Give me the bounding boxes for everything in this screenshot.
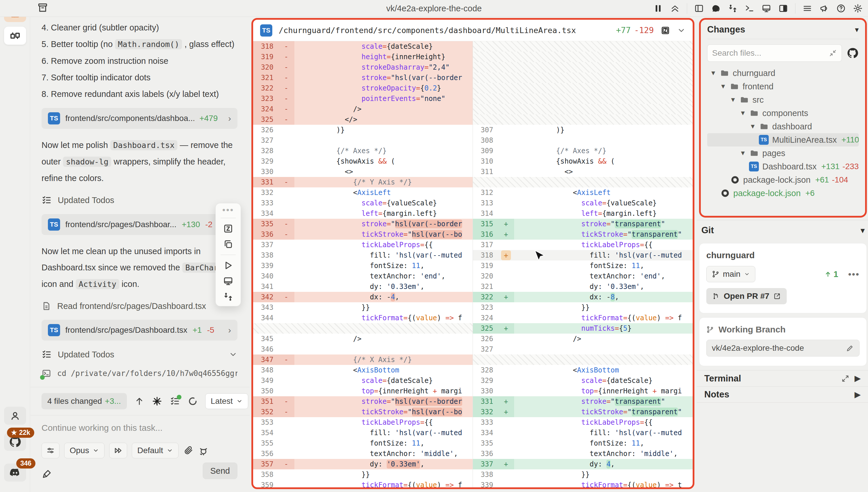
menu-icon[interactable] (802, 3, 812, 13)
play-icon[interactable] (223, 260, 233, 271)
rail-item-board[interactable] (4, 27, 26, 45)
changes-panel: Changes ▾ ▼churnguard▼frontend▼src▼compo… (699, 18, 867, 218)
open-pr-button[interactable]: Open PR #7 (706, 288, 787, 304)
notes-section-header[interactable]: Notes ▶ (697, 387, 868, 403)
file-change-chip[interactable]: TSfrontend/src/pages/Dashboard.tsx+1-5› (42, 320, 237, 341)
settings-gear-icon[interactable] (853, 3, 863, 13)
tree-caret-icon[interactable]: ▼ (738, 149, 747, 157)
latest-dropdown[interactable]: Latest (205, 393, 248, 409)
tree-file-package-lock.json[interactable]: package-lock.json+61-104 (707, 173, 859, 187)
tree-caret-icon[interactable]: ▼ (729, 96, 737, 103)
composer-input[interactable] (42, 423, 237, 433)
diff-old-row: 344 tickFormat={(value) => f (253, 313, 473, 323)
panel-right-icon[interactable] (778, 3, 788, 13)
working-branch-input[interactable]: vk/4e2a-explore-the-code (706, 340, 860, 356)
collapse-chevron-icon[interactable] (677, 26, 686, 35)
pause-icon[interactable] (653, 3, 663, 13)
line-number: 345 (253, 334, 278, 344)
tool-call-row[interactable]: Updated Todos (42, 349, 237, 360)
add-comment-button[interactable]: + (501, 250, 511, 260)
expand-chevron-icon[interactable]: ▶ (855, 390, 861, 399)
edit-diff-icon[interactable] (223, 223, 233, 234)
code-line: dy: 4, (514, 459, 693, 469)
diff-view-icon[interactable] (660, 25, 671, 36)
tree-folder-dashboard[interactable]: ▼dashboard (707, 120, 859, 133)
tree-folder-components[interactable]: ▼components (707, 106, 859, 120)
help-icon[interactable] (836, 3, 846, 13)
git-section-header[interactable]: Git ▾ (699, 222, 867, 239)
mode-dropdown[interactable]: Default (132, 443, 179, 458)
code-line: tickLabelProps={{ (514, 417, 693, 427)
terminal-section-header[interactable]: Terminal ▶ (697, 370, 868, 387)
monitor-icon[interactable] (223, 276, 233, 286)
tree-caret-icon[interactable]: ▼ (738, 109, 747, 117)
attach-paperclip-icon[interactable] (183, 445, 194, 456)
rail-user-button[interactable] (4, 407, 26, 425)
line-number: 320 (473, 271, 498, 281)
tool-call-row[interactable]: Read frontend/src/pages/Dashboard.tsx (42, 301, 237, 311)
diff-old-row: 334 left={margin.left} (253, 208, 473, 219)
model-dropdown[interactable]: Opus (64, 443, 104, 458)
drag-handle-dots[interactable]: ••• (222, 207, 234, 213)
composer-settings-button[interactable] (42, 443, 60, 458)
chevron-down-icon[interactable] (229, 350, 237, 359)
panel-left-icon[interactable] (694, 3, 704, 13)
more-options-icon[interactable]: ••• (848, 269, 860, 280)
file-change-chip[interactable]: TSfrontend/src/components/dashboa...+479… (42, 108, 237, 129)
fast-forward-button[interactable] (109, 443, 127, 458)
diff-old-row: 351- stroke="hsl(var(--border (253, 396, 473, 407)
burst-icon[interactable] (152, 396, 162, 407)
code-line: scale={dateScale} (295, 41, 473, 52)
diff-gap-row (473, 354, 693, 365)
git-compare-icon[interactable] (728, 3, 738, 13)
line-number: 316 (473, 229, 498, 240)
todos-icon (42, 195, 52, 205)
file-tree: ▼churnguard▼frontend▼src▼components▼dash… (707, 67, 859, 200)
code-line: )} (295, 125, 473, 135)
collapse-triangle-icon[interactable]: ▾ (855, 25, 859, 34)
tree-caret-icon[interactable]: ▼ (719, 83, 727, 90)
collapse-tree-icon[interactable] (829, 49, 837, 57)
highlighter-pen-icon[interactable] (42, 468, 52, 479)
diff-old-row: 330 <> (253, 167, 473, 177)
line-number: 311 (473, 167, 498, 177)
tree-file-MultiLineArea.tsx[interactable]: TSMultiLineArea.tsx+110-162 (707, 133, 859, 147)
branch-dropdown[interactable]: main (706, 266, 755, 282)
tree-folder-src[interactable]: ▼src (707, 93, 859, 106)
tree-folder-frontend[interactable]: ▼frontend (707, 80, 859, 93)
line-number: 317 (473, 240, 498, 250)
chat-bubble-icon[interactable] (711, 3, 721, 13)
todos-status-icon[interactable] (170, 396, 180, 407)
code-line: scale={dateScale} (514, 375, 693, 386)
monitor-icon[interactable] (761, 3, 771, 13)
scroll-up-icon[interactable] (134, 396, 144, 406)
collapse-all-icon[interactable] (670, 3, 680, 13)
search-files-box[interactable] (707, 44, 842, 62)
expand-chevron-icon[interactable]: ▶ (855, 374, 861, 383)
tree-folder-churnguard[interactable]: ▼churnguard (707, 67, 859, 80)
megaphone-icon[interactable] (819, 3, 829, 13)
github-cat-icon[interactable] (198, 445, 209, 456)
send-button[interactable]: Send (203, 462, 237, 479)
edit-pencil-icon[interactable] (846, 344, 854, 352)
expand-icon[interactable] (841, 374, 849, 383)
line-number: 330 (473, 386, 498, 396)
code-line: tickFormat={(value) => f (514, 313, 693, 323)
removed-count: -5 (207, 325, 214, 335)
tree-folder-pages[interactable]: ▼pages (707, 147, 859, 160)
file-change-chip[interactable]: TSfrontend/src/pages/Dashboar...+130-2 (42, 214, 237, 235)
github-cat-icon[interactable] (846, 47, 859, 59)
files-changed-pill[interactable]: 4 files changed +3... (42, 393, 127, 409)
tree-caret-icon[interactable]: ▼ (748, 123, 757, 130)
search-files-input[interactable] (712, 48, 829, 58)
tree-file-package-lock.json[interactable]: package-lock.json+6 (707, 187, 859, 200)
diff-old-row: 341 dy: '0.33em', (253, 281, 473, 292)
tree-file-Dashboard.tsx[interactable]: TSDashboard.tsx+131-233 (707, 160, 859, 173)
tool-call-row[interactable]: cd /private/var/folders/10/h7w0q46556ggr… (42, 368, 237, 378)
tree-caret-icon[interactable]: ▼ (709, 69, 718, 77)
git-compare-icon[interactable] (223, 292, 233, 302)
tool-call-row[interactable]: Updated Todos (42, 195, 237, 205)
code-line: tickStroke="transparent" (514, 229, 693, 240)
terminal-icon[interactable] (745, 3, 754, 13)
copy-icon[interactable] (223, 239, 233, 249)
